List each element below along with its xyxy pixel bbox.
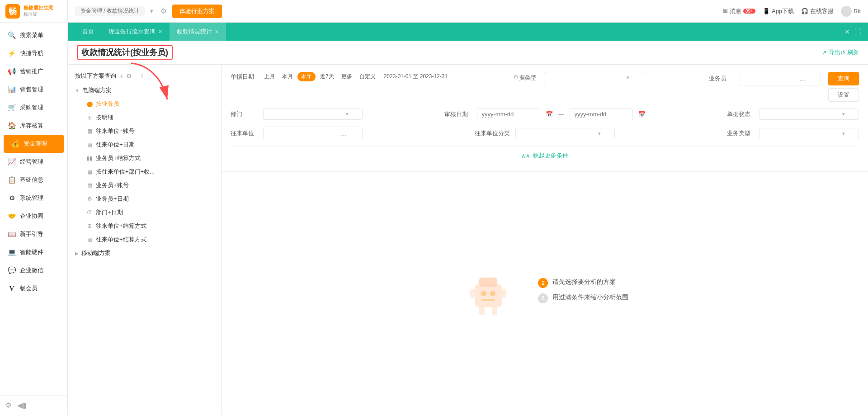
sidebar-item-system-label: 系统管理 [20, 194, 43, 202]
salesperson-select[interactable]: ... [740, 72, 821, 85]
sidebar-item-member[interactable]: V 畅会员 [0, 279, 67, 297]
add-scheme-icon[interactable]: + [120, 72, 123, 80]
message-action[interactable]: ✉ 消息 99+ [723, 7, 755, 15]
this-month-btn[interactable]: 本月 [279, 72, 296, 81]
filter-row-2: 部门 ▾ 审核日期 📅 — 📅 单据状态 [231, 108, 859, 120]
more-date-btn[interactable]: 更多 [339, 72, 355, 81]
flash-icon: ⚡ [7, 49, 16, 58]
partner-category-select[interactable]: ▾ [515, 128, 615, 139]
date-range-dash: — [558, 111, 564, 118]
collapse-filter-button[interactable]: ∧∧ 收起更多条件 [231, 146, 859, 164]
last-7-days-btn[interactable]: 近7天 [317, 72, 337, 81]
sidebar-item-member-label: 畅会员 [20, 284, 38, 292]
export-button[interactable]: ↗ 导出 [822, 48, 840, 57]
sidebar-item-marketing[interactable]: 📢 营销推广 [0, 62, 67, 80]
collapse-panel-icon[interactable]: 《 [137, 72, 144, 80]
scheme-partner-payment1[interactable]: ⊞ 往来单位+结算方式 [71, 219, 217, 233]
scheme-dept-date[interactable]: ⏱ 部门+日期 [71, 206, 217, 219]
sidebar-item-operations[interactable]: 📈 经营管理 [0, 153, 67, 171]
filter-row-3: 往来单位 ... 往来单位分类 ▾ 业务类型 ▾ [231, 127, 859, 140]
scheme-panel-title: 按以下方案查询 [75, 72, 116, 80]
export-icon: ↗ [822, 49, 827, 56]
scheme-partner-dept[interactable]: ▦ 按往来单位+部门+收... [71, 165, 217, 179]
partner-more-icon[interactable]: ... [341, 129, 347, 137]
scheme-panel-icons: + ⚙ [120, 72, 132, 80]
sidebar-item-guide[interactable]: 📖 新手引导 [0, 225, 67, 243]
scheme-salesperson-date[interactable]: ⚙ 业务员+日期 [71, 192, 217, 206]
scheme-by-salesperson[interactable]: ⬤ 按业务员 [71, 97, 217, 111]
gear-scheme-icon[interactable]: ⚙ [126, 72, 132, 80]
scheme-clock-icon: ⏱ [86, 209, 93, 216]
app-download-action[interactable]: 📱 App下载 [763, 7, 794, 15]
scheme-partner-payment2[interactable]: ▦ 往来单位+结算方式 [71, 233, 217, 246]
audit-date-to[interactable] [570, 108, 633, 120]
scheme-salesperson-date-label: 业务员+日期 [96, 195, 129, 203]
scheme-by-detail[interactable]: ⊞ 按明细 [71, 111, 217, 124]
tab-collection-stats[interactable]: 收款情况统计 ✕ [170, 23, 226, 41]
tab-home[interactable]: 首页 [75, 23, 101, 41]
settings-button[interactable]: 设置 [828, 88, 859, 102]
scheme-salesperson-payment[interactable]: ▮▮ 业务员+结算方式 [71, 151, 217, 165]
sidebar-bottom: ⚙ ◀▮ [0, 395, 67, 415]
online-service-action[interactable]: 🎧 在线客服 [801, 7, 834, 15]
scheme-partner-account[interactable]: ▦ 往来单位+账号 [71, 124, 217, 138]
app-download-label: App下载 [772, 7, 794, 15]
salesperson-more-icon[interactable]: ... [799, 75, 805, 83]
sidebar-item-inventory-label: 库存核算 [20, 122, 43, 130]
sidebar-item-inventory[interactable]: 🏠 库存核算 [0, 117, 67, 135]
close-tab-icon[interactable]: ✕ [844, 28, 850, 35]
topbar-gear-icon[interactable]: ⚙ [160, 7, 167, 15]
tab-bank-flow[interactable]: 现金银行流水查询 ✕ [101, 23, 170, 41]
sidebar-item-guide-label: 新手引导 [20, 230, 43, 238]
sidebar-item-quicknav-label: 快捷导航 [20, 49, 43, 57]
trial-button[interactable]: 体验行业方案 [172, 5, 222, 18]
export-label: 导出 [829, 48, 840, 57]
svg-rect-1 [479, 278, 497, 287]
collapse-filter-label: 收起更多条件 [533, 151, 568, 160]
last-month-btn[interactable]: 上月 [261, 72, 278, 81]
breadcrumb-display: 资金管理 / 收款情况统计 [75, 6, 145, 16]
settings-bottom-icon[interactable]: ⚙ [5, 401, 12, 410]
scheme-salesperson-account[interactable]: ▦ 业务员+账号 [71, 179, 217, 192]
custom-date-btn[interactable]: 自定义 [357, 72, 378, 81]
sidebar-item-basic-label: 基础信息 [20, 176, 43, 184]
sidebar-item-basic[interactable]: 📋 基础信息 [0, 171, 67, 189]
doc-type-select[interactable]: ▾ [544, 72, 643, 83]
sidebar-item-system[interactable]: ⚙ 系统管理 [0, 189, 67, 207]
sidebar-item-finance[interactable]: 💰 资金管理 [4, 135, 64, 153]
doc-status-select[interactable]: ▾ [760, 108, 859, 120]
svg-rect-4 [481, 299, 495, 301]
mobile-schemes-parent[interactable]: ▶ 移动端方案 [71, 246, 217, 260]
page-title: 收款情况统计(按业务员) [77, 45, 173, 60]
refresh-icon: ↺ [840, 49, 845, 56]
calendar-from-icon[interactable]: 📅 [546, 111, 553, 118]
clipboard-icon: 📋 [7, 175, 16, 184]
tab-collection-stats-close[interactable]: ✕ [215, 29, 219, 35]
refresh-button[interactable]: ↺ 刷新 [840, 48, 859, 57]
partner-select[interactable]: ... [263, 127, 363, 140]
collapse-sidebar-icon[interactable]: ◀▮ [17, 401, 27, 410]
biz-type-select[interactable]: ▾ [760, 128, 859, 139]
sidebar-item-purchase[interactable]: 🛒 采购管理 [0, 99, 67, 117]
dept-select[interactable]: ▾ [263, 108, 363, 120]
sidebar-item-sales[interactable]: 📊 销售管理 [0, 80, 67, 99]
desktop-schemes-parent[interactable]: ▼ 电脑端方案 [71, 84, 217, 97]
calendar-to-icon[interactable]: 📅 [638, 111, 646, 118]
scheme-partner-date-label: 往来单位+日期 [96, 141, 135, 149]
sidebar-item-quicknav[interactable]: ⚡ 快捷导航 [0, 44, 67, 62]
scheme-partner-date[interactable]: ▦ 往来单位+日期 [71, 138, 217, 151]
tab-bar: 首页 现金银行流水查询 ✕ 收款情况统计 ✕ ✕ ⛶ [68, 23, 868, 41]
fullscreen-icon[interactable]: ⛶ [854, 28, 861, 35]
audit-date-from[interactable] [477, 108, 540, 120]
wechat-icon: 💬 [7, 266, 16, 275]
tab-bank-flow-close[interactable]: ✕ [158, 29, 162, 35]
query-button[interactable]: 查询 [828, 72, 859, 85]
breadcrumb-arrow: ▾ [150, 8, 153, 14]
user-name-display[interactable]: Rit [841, 6, 861, 17]
this-year-btn[interactable]: 本年 [297, 72, 316, 81]
sidebar-item-search[interactable]: 🔍 搜索菜单 [0, 26, 67, 44]
svg-rect-7 [479, 306, 485, 315]
sidebar-item-collab[interactable]: 🤝 企业协同 [0, 207, 67, 225]
sidebar-item-hardware[interactable]: 💻 智能硬件 [0, 243, 67, 261]
sidebar-item-wechat[interactable]: 💬 企业微信 [0, 261, 67, 279]
